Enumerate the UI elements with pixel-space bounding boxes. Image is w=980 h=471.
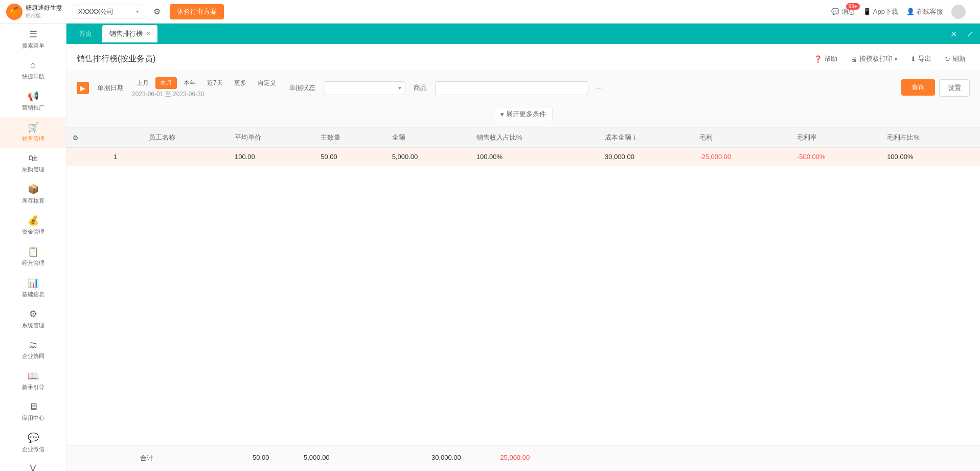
footer-settings: [73, 451, 113, 466]
refresh-btn[interactable]: ↻ 刷新: [941, 52, 970, 65]
page-header: 销售排行榜(按业务员) ❓ 帮助 🖨 按模板打印 ▾ ⬇: [66, 44, 980, 71]
sales-icon: 🛒: [28, 122, 39, 133]
table-body: 1 100.00 50.00 5,000.00 100.00% 30,000.0…: [66, 148, 980, 166]
sidebar-item-purchase[interactable]: 🛍 采购管理: [0, 148, 66, 178]
marketing-icon: 📢: [28, 91, 39, 102]
refresh-icon: ↻: [945, 55, 950, 63]
sidebar-item-basic-info[interactable]: 📊 基础信息: [0, 272, 66, 303]
col-gross-rate: 毛利率: [791, 128, 881, 148]
expand-conditions-btn[interactable]: ▾ 展开更多条件: [494, 107, 553, 121]
footer-gross-pct: [614, 451, 676, 466]
sidebar-item-app-center[interactable]: 🖥 应用中心: [0, 396, 66, 427]
trial-button[interactable]: 体验行业方案: [170, 4, 224, 19]
more-icon[interactable]: ···: [597, 84, 602, 92]
sidebar: ☰ 搜索菜单 ⌂ 快捷导航 📢 营销推广 🛒 销售管理 🛍 采购管理 📦 库: [0, 24, 66, 471]
footer-qty: 50.00: [246, 451, 298, 466]
date-tab-7days[interactable]: 近7天: [202, 77, 227, 89]
cell-gross-pct: 100.00%: [881, 148, 980, 166]
logo-area: 🍊 畅康通好生意 标准版: [6, 4, 67, 20]
header-row: ⚙ 员工名称 平均单价 主数量 全额 销售收入占比% 成本全额 ℹ 毛利 毛利率: [66, 128, 980, 148]
tab-home[interactable]: 首页: [71, 24, 100, 44]
filter-expand-arrow[interactable]: ▶: [77, 82, 89, 94]
sidebar-item-quick-nav[interactable]: ⌂ 快捷导航: [0, 55, 66, 85]
cell-gross-rate: -500.00%: [791, 148, 881, 166]
sidebar-item-finance[interactable]: 💰 资金管理: [0, 210, 66, 241]
tab-bar-right: ✕ ⤢: [947, 28, 976, 40]
date-tab-more[interactable]: 更多: [230, 77, 251, 89]
col-qty: 主数量: [314, 128, 385, 148]
expand-down-icon: ▾: [500, 110, 504, 118]
logo-icon: 🍊: [6, 4, 22, 20]
col-settings[interactable]: ⚙: [66, 128, 107, 148]
purchase-icon: 🛍: [29, 153, 38, 164]
main-area: ☰ 搜索菜单 ⌂ 快捷导航 📢 营销推广 🛒 销售管理 🛍 采购管理 📦 库: [0, 24, 980, 471]
query-button[interactable]: 查询: [901, 79, 935, 96]
filter-row: ▶ 单据日期 上月 本月 本年 近7天 更多 自定义 2023-06: [77, 77, 970, 99]
print-btn[interactable]: 🖨 按模板打印 ▾: [847, 52, 901, 65]
top-right-area: 💬 消息 99+ 📱 App下载 👤 在线客服: [831, 5, 974, 19]
date-tab-last-month[interactable]: 上月: [132, 77, 153, 89]
status-select-wrapper: [324, 81, 405, 95]
cell-qty: 50.00: [314, 148, 385, 166]
footer-rank: [113, 451, 134, 466]
col-cost: 成本全额 ℹ: [599, 128, 693, 148]
status-label: 单据状态: [289, 83, 315, 93]
table-header: ⚙ 员工名称 平均单价 主数量 全额 销售收入占比% 成本全额 ℹ 毛利 毛利率: [66, 128, 980, 148]
date-filter-group: 上月 本月 本年 近7天 更多 自定义 2023-06-01 至 2023-06…: [132, 77, 281, 99]
table-footer: 合计 50.00 5,000.00 30,000.00 -25,000.00: [66, 445, 980, 471]
sidebar-item-inventory[interactable]: 📦 库存核算: [0, 178, 66, 210]
export-btn[interactable]: ⬇ 导出: [906, 52, 936, 65]
date-tab-custom[interactable]: 自定义: [253, 77, 281, 89]
help-btn[interactable]: ❓ 帮助: [810, 52, 841, 65]
sidebar-item-system[interactable]: ⚙ 系统管理: [0, 303, 66, 334]
cell-name: [143, 148, 229, 166]
tab-maximize-icon[interactable]: ⤢: [964, 28, 976, 40]
filter-area: ▶ 单据日期 上月 本月 本年 近7天 更多 自定义 2023-06: [66, 71, 980, 128]
print-icon: 🖨: [851, 55, 857, 63]
footer-label: 合计: [134, 451, 195, 466]
col-avg-price: 平均单价: [229, 128, 314, 148]
basic-info-icon: 📊: [28, 277, 39, 288]
sidebar-item-wechat[interactable]: 💬 企业微信: [0, 427, 66, 458]
table-container: ⚙ 员工名称 平均单价 主数量 全额 销售收入占比% 成本全额 ℹ 毛利 毛利率: [66, 128, 980, 445]
settings-button[interactable]: 设置: [939, 79, 970, 97]
status-select[interactable]: [324, 81, 405, 95]
sidebar-item-search[interactable]: ☰ 搜索菜单: [0, 24, 66, 55]
cell-cost: 30,000.00: [599, 148, 693, 166]
sidebar-item-guide[interactable]: 📖 新手引导: [0, 365, 66, 396]
tab-minimize-icon[interactable]: ✕: [947, 28, 960, 40]
close-icon[interactable]: ×: [147, 30, 150, 37]
operations-icon: 📋: [28, 246, 39, 257]
date-tab-this-month[interactable]: 本月: [155, 77, 177, 89]
footer-avg-price: [195, 451, 246, 466]
avatar[interactable]: [951, 5, 966, 19]
dropdown-arrow-icon: ▾: [136, 9, 139, 14]
service-icon: 👤: [906, 8, 915, 15]
help-icon: ❓: [814, 55, 822, 63]
sidebar-item-enterprise[interactable]: 🗂 企业协同: [0, 334, 66, 365]
sidebar-item-operations[interactable]: 📋 经营管理: [0, 241, 66, 272]
company-selector[interactable]: XXXXX公司 ▾: [73, 5, 144, 19]
date-tab-this-year[interactable]: 本年: [179, 77, 200, 89]
online-service-btn[interactable]: 👤 在线客服: [906, 7, 943, 16]
date-tabs: 上月 本月 本年 近7天 更多 自定义: [132, 77, 281, 89]
message-btn[interactable]: 💬 消息 99+: [831, 7, 855, 16]
col-gross: 毛利: [693, 128, 791, 148]
filter-right-actions: 查询 设置: [901, 79, 970, 97]
footer-gross-rate: [553, 451, 614, 466]
settings-icon-btn[interactable]: ⚙: [149, 4, 165, 19]
expand-btn-container: ▾ 展开更多条件: [77, 103, 970, 121]
tab-sales-ranking[interactable]: 销售排行榜 ×: [102, 25, 157, 42]
app-download-btn[interactable]: 📱 App下载: [863, 7, 898, 16]
sidebar-item-marketing[interactable]: 📢 营销推广: [0, 85, 66, 117]
content-area: 首页 销售排行榜 × ✕ ⤢ 销售排行榜(按业务员) ❓: [66, 24, 980, 471]
sidebar-item-sales[interactable]: 🛒 销售管理: [0, 117, 66, 148]
search-menu-icon: ☰: [29, 29, 37, 40]
goods-label: 商品: [414, 83, 427, 93]
cell-settings: [66, 148, 107, 166]
sidebar-item-member[interactable]: V 畅会员: [0, 458, 66, 471]
goods-input[interactable]: [435, 81, 588, 95]
cell-amount: 5,000.00: [386, 148, 470, 166]
date-range-text: 2023-06-01 至 2023-06-30: [132, 90, 281, 99]
col-name: 员工名称: [143, 128, 229, 148]
